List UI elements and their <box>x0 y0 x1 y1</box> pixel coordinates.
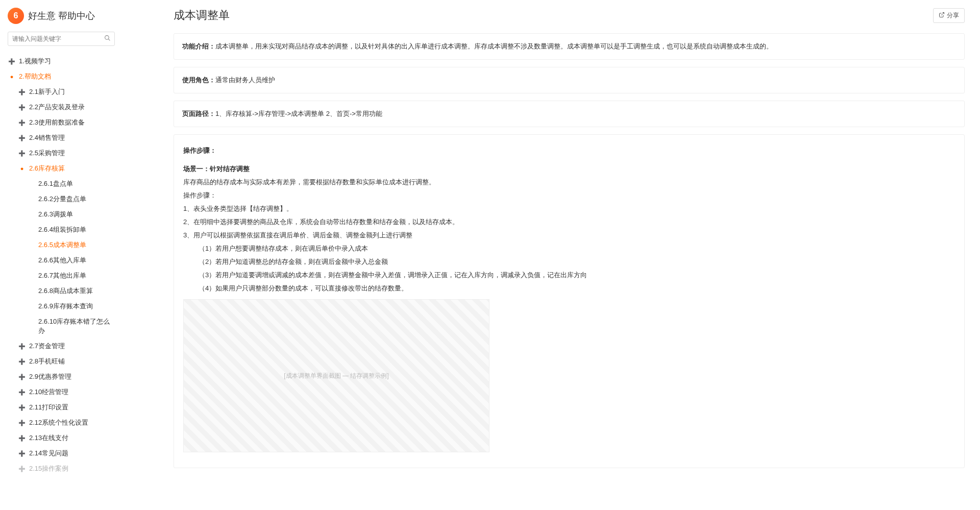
plus-icon: ➕ <box>18 103 26 111</box>
nav-2-6-6[interactable]: 2.6.6其他入库单 <box>38 253 115 268</box>
content-box: 操作步骤： 场景一：针对结存调整 库存商品的结存成本与实际成本有差异，需要根据结… <box>174 134 965 468</box>
nav-2-8[interactable]: ➕2.8手机旺铺 <box>18 354 115 369</box>
share-button[interactable]: 分享 <box>933 8 965 23</box>
plus-icon: ➕ <box>18 357 26 366</box>
search-box <box>8 32 115 46</box>
intro-box: 功能介绍：成本调整单，用来实现对商品结存成本的调整，以及针对具体的出入库单进行成… <box>174 33 965 60</box>
nav-2-6-1[interactable]: 2.6.1盘点单 <box>38 176 115 191</box>
logo-brand: 6 好生意 帮助中心 <box>8 8 115 24</box>
minus-icon: ● <box>18 164 26 173</box>
svg-line-1 <box>108 39 110 40</box>
nav-2-6-4[interactable]: 2.6.4组装拆卸单 <box>38 222 115 237</box>
nav-2-12[interactable]: ➕2.12系统个性化设置 <box>18 415 115 430</box>
embedded-screenshot: [成本调整单界面截图 — 结存调整示例] <box>183 299 489 452</box>
nav-2-6-7[interactable]: 2.6.7其他出库单 <box>38 268 115 283</box>
nav-2-6-10[interactable]: 2.6.10库存账本错了怎么办 <box>38 314 115 338</box>
plus-icon: ➕ <box>18 465 26 473</box>
nav-2-11[interactable]: ➕2.11打印设置 <box>18 400 115 415</box>
plus-icon: ➕ <box>8 57 16 65</box>
nav-2-6-2[interactable]: 2.6.2分量盘点单 <box>38 191 115 207</box>
nav-top-docs[interactable]: ●2.帮助文档 <box>8 69 115 84</box>
path-label: 页面路径： <box>182 110 215 117</box>
step-3: 3、用户可以根据调整依据直接在调后单价、调后金额、调整金额列上进行调整 <box>183 229 955 242</box>
brand-title: 好生意 帮助中心 <box>28 10 95 22</box>
nav-top-video[interactable]: ➕1.视频学习 <box>8 54 115 69</box>
screenshot-caption: [成本调整单界面截图 — 结存调整示例] <box>284 372 388 380</box>
plus-icon: ➕ <box>18 149 26 157</box>
nav-2-15[interactable]: ➕2.15操作案例 <box>18 461 115 476</box>
nav-2-6-8[interactable]: 2.6.8商品成本重算 <box>38 283 115 299</box>
search-input[interactable] <box>8 32 115 46</box>
main-content: 成本调整单 分享 功能介绍：成本调整单，用来实现对商品结存成本的调整，以及针对具… <box>122 0 980 483</box>
nav-2-6-5[interactable]: 2.6.5成本调整单 <box>38 237 115 253</box>
nav-2-6-9[interactable]: 2.6.9库存账本查询 <box>38 299 115 314</box>
nav-2-4[interactable]: ➕2.4销售管理 <box>18 130 115 145</box>
role-label: 使用角色： <box>182 76 215 84</box>
plus-icon: ➕ <box>18 373 26 381</box>
nav-2-3[interactable]: ➕2.3使用前数据准备 <box>18 115 115 130</box>
sidebar: 6 好生意 帮助中心 ➕1.视频学习 ●2.帮助文档 ➕2.1新手入门 ➕2.2… <box>0 0 122 483</box>
nav-2-5[interactable]: ➕2.5采购管理 <box>18 145 115 161</box>
share-icon <box>939 12 945 19</box>
step-3b: （2）若用户知道调整总的结存金额，则在调后金额中录入总金额 <box>183 255 955 269</box>
nav-2-7[interactable]: ➕2.7资金管理 <box>18 338 115 354</box>
scene1-title: 场景一：针对结存调整 <box>183 162 955 176</box>
step-2: 2、在明细中选择要调整的商品及仓库，系统会自动带出结存数量和结存金额，以及结存成… <box>183 215 955 229</box>
nav-2-9[interactable]: ➕2.9优惠券管理 <box>18 369 115 384</box>
plus-icon: ➕ <box>18 434 26 442</box>
page-header: 成本调整单 分享 <box>174 8 965 23</box>
search-icon[interactable] <box>104 35 111 43</box>
role-text: 通常由财务人员维护 <box>215 76 275 84</box>
nav-2-2[interactable]: ➕2.2产品安装及登录 <box>18 100 115 115</box>
plus-icon: ➕ <box>18 449 26 457</box>
scene1-desc: 库存商品的结存成本与实际成本有差异，需要根据结存数量和实际单位成本进行调整。 <box>183 176 955 189</box>
path-text: 1、库存核算->库存管理->成本调整单 2、首页->常用功能 <box>215 110 382 117</box>
nav-2-6-3[interactable]: 2.6.3调拨单 <box>38 207 115 222</box>
nav-2-13[interactable]: ➕2.13在线支付 <box>18 430 115 446</box>
path-box: 页面路径：1、库存核算->库存管理->成本调整单 2、首页->常用功能 <box>174 101 965 127</box>
plus-icon: ➕ <box>18 419 26 427</box>
steps2-label: 操作步骤： <box>183 189 955 202</box>
plus-icon: ➕ <box>18 403 26 411</box>
plus-icon: ➕ <box>18 134 26 142</box>
step-1: 1、表头业务类型选择【结存调整】。 <box>183 202 955 215</box>
plus-icon: ➕ <box>18 388 26 396</box>
intro-text: 成本调整单，用来实现对商品结存成本的调整，以及针对具体的出入库单进行成本调整。库… <box>215 42 773 50</box>
share-label: 分享 <box>947 11 959 20</box>
nav-2-14[interactable]: ➕2.14常见问题 <box>18 446 115 461</box>
plus-icon: ➕ <box>18 118 26 127</box>
step-3c: （3）若用户知道要调增或调减的成本差值，则在调整金额中录入差值，调增录入正值，记… <box>183 269 955 282</box>
nav-2-6[interactable]: ●2.6库存核算 <box>18 161 115 176</box>
logo-icon: 6 <box>8 8 24 24</box>
nav-2-1[interactable]: ➕2.1新手入门 <box>18 84 115 100</box>
nav-2-10[interactable]: ➕2.10经营管理 <box>18 384 115 400</box>
plus-icon: ➕ <box>18 342 26 350</box>
plus-icon: ➕ <box>18 88 26 96</box>
svg-point-0 <box>105 36 109 40</box>
minus-icon: ● <box>8 72 16 81</box>
intro-label: 功能介绍： <box>182 42 215 50</box>
steps-label: 操作步骤： <box>183 144 955 157</box>
svg-line-2 <box>941 12 944 15</box>
step-3a: （1）若用户想要调整结存成本，则在调后单价中录入成本 <box>183 242 955 255</box>
page-title: 成本调整单 <box>174 8 230 23</box>
step-3d: （4）如果用户只调整部分数量的成本，可以直接修改带出的结存数量。 <box>183 282 955 295</box>
role-box: 使用角色：通常由财务人员维护 <box>174 67 965 93</box>
